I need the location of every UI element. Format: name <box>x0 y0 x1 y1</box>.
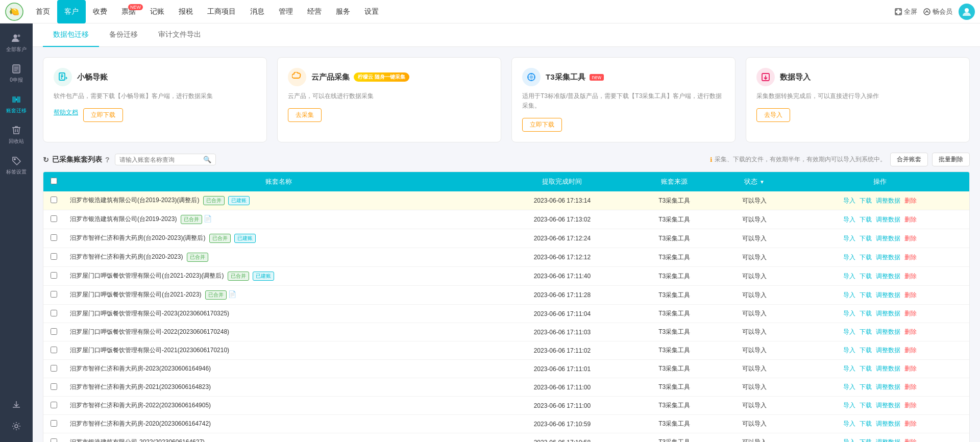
action-调整数据[interactable]: 调整数据 <box>876 273 900 280</box>
action-导入[interactable]: 导入 <box>843 310 855 317</box>
action-下载[interactable]: 下载 <box>860 365 872 372</box>
row-checkbox[interactable] <box>51 438 57 442</box>
row-checkbox[interactable] <box>51 328 57 335</box>
nav-management[interactable]: 管理 <box>272 0 300 23</box>
member-button[interactable]: 畅会员 <box>923 7 952 16</box>
action-导入[interactable]: 导入 <box>843 438 855 442</box>
sidebar-item-zero-report[interactable]: 0申报 <box>0 58 33 89</box>
row-checkbox[interactable] <box>51 272 57 279</box>
action-导入[interactable]: 导入 <box>843 235 855 242</box>
action-导入[interactable]: 导入 <box>843 254 855 261</box>
row-checkbox[interactable] <box>51 383 57 390</box>
action-调整数据[interactable]: 调整数据 <box>876 197 900 204</box>
refresh-icon[interactable]: ↻ <box>43 156 49 164</box>
action-导入[interactable]: 导入 <box>843 347 855 354</box>
action-下载[interactable]: 下载 <box>860 235 872 242</box>
nav-home[interactable]: 首页 <box>29 0 57 23</box>
action-导入[interactable]: 导入 <box>843 216 855 223</box>
action-下载[interactable]: 下载 <box>860 402 872 409</box>
sidebar-item-all-customers[interactable]: 全部客户 <box>0 28 33 58</box>
action-调整数据[interactable]: 调整数据 <box>876 216 900 223</box>
merge-account-button[interactable]: 合并账套 <box>890 153 928 166</box>
nav-settings[interactable]: 设置 <box>357 0 386 23</box>
action-下载[interactable]: 下载 <box>860 216 872 223</box>
nav-service[interactable]: 服务 <box>329 0 357 23</box>
action-调整数据[interactable]: 调整数据 <box>876 365 900 372</box>
tab-backup-migration[interactable]: 备份迁移 <box>99 23 148 47</box>
download-t3-button[interactable]: 立即下载 <box>522 118 562 132</box>
action-调整数据[interactable]: 调整数据 <box>876 347 900 354</box>
action-下载[interactable]: 下载 <box>860 273 872 280</box>
action-调整数据[interactable]: 调整数据 <box>876 310 900 317</box>
go-import-button[interactable]: 去导入 <box>756 108 790 122</box>
row-checkbox[interactable] <box>51 420 57 427</box>
action-删除[interactable]: 删除 <box>904 310 917 317</box>
row-checkbox[interactable] <box>51 310 57 316</box>
nav-customer[interactable]: 客户 <box>57 0 86 23</box>
action-导入[interactable]: 导入 <box>843 365 855 372</box>
action-删除[interactable]: 删除 <box>904 254 917 261</box>
action-删除[interactable]: 删除 <box>904 328 917 335</box>
tab-audit-export[interactable]: 审计文件导出 <box>148 23 211 47</box>
nav-message[interactable]: 消息 <box>243 0 272 23</box>
user-avatar[interactable] <box>959 4 975 20</box>
action-下载[interactable]: 下载 <box>860 438 872 442</box>
action-删除[interactable]: 删除 <box>904 383 917 390</box>
app-logo[interactable]: 🍋 <box>5 3 23 21</box>
action-导入[interactable]: 导入 <box>843 291 855 299</box>
action-调整数据[interactable]: 调整数据 <box>876 420 900 427</box>
action-下载[interactable]: 下载 <box>860 420 872 427</box>
row-checkbox[interactable] <box>51 291 57 298</box>
action-调整数据[interactable]: 调整数据 <box>876 402 900 409</box>
action-下载[interactable]: 下载 <box>860 310 872 317</box>
action-调整数据[interactable]: 调整数据 <box>876 383 900 390</box>
action-导入[interactable]: 导入 <box>843 328 855 335</box>
row-checkbox[interactable] <box>51 365 57 372</box>
help-icon[interactable]: ? <box>105 156 110 164</box>
go-collect-button[interactable]: 去采集 <box>288 108 322 122</box>
action-下载[interactable]: 下载 <box>860 197 872 204</box>
row-checkbox[interactable] <box>51 253 57 260</box>
batch-delete-button[interactable]: 批量删除 <box>932 153 970 166</box>
row-checkbox[interactable] <box>51 347 57 353</box>
fullscreen-button[interactable]: 全屏 <box>895 7 917 16</box>
download-now-button[interactable]: 立即下载 <box>83 108 123 122</box>
action-导入[interactable]: 导入 <box>843 197 855 204</box>
tab-data-migration[interactable]: 数据包迁移 <box>43 23 99 47</box>
action-下载[interactable]: 下载 <box>860 254 872 261</box>
action-下载[interactable]: 下载 <box>860 291 872 299</box>
action-删除[interactable]: 删除 <box>904 291 917 299</box>
help-doc-link[interactable]: 帮助文档 <box>54 108 78 122</box>
action-删除[interactable]: 删除 <box>904 402 917 409</box>
action-下载[interactable]: 下载 <box>860 383 872 390</box>
action-调整数据[interactable]: 调整数据 <box>876 438 900 442</box>
row-checkbox[interactable] <box>51 197 57 203</box>
action-删除[interactable]: 删除 <box>904 197 917 204</box>
action-调整数据[interactable]: 调整数据 <box>876 291 900 299</box>
nav-invoice[interactable]: 票据 NEW <box>114 0 143 23</box>
search-input[interactable] <box>119 156 201 163</box>
row-checkbox[interactable] <box>51 234 57 241</box>
action-删除[interactable]: 删除 <box>904 420 917 427</box>
action-删除[interactable]: 删除 <box>904 273 917 280</box>
action-删除[interactable]: 删除 <box>904 216 917 223</box>
action-导入[interactable]: 导入 <box>843 273 855 280</box>
sidebar-item-tag-settings[interactable]: 标签设置 <box>0 150 33 181</box>
nav-collection[interactable]: 收费 <box>86 0 114 23</box>
row-checkbox[interactable] <box>51 215 57 222</box>
action-删除[interactable]: 删除 <box>904 365 917 372</box>
action-删除[interactable]: 删除 <box>904 438 917 442</box>
sidebar-item-user-settings[interactable] <box>11 415 22 437</box>
action-删除[interactable]: 删除 <box>904 235 917 242</box>
sidebar-item-account-migration[interactable]: 账套迁移 <box>0 89 33 119</box>
action-调整数据[interactable]: 调整数据 <box>876 328 900 335</box>
sidebar-item-download[interactable] <box>11 394 22 415</box>
action-调整数据[interactable]: 调整数据 <box>876 254 900 261</box>
sidebar-item-recycle-bin[interactable]: 回收站 <box>0 119 33 150</box>
status-sort-icon[interactable]: ▼ <box>760 179 765 185</box>
action-导入[interactable]: 导入 <box>843 420 855 427</box>
nav-tax[interactable]: 报税 <box>172 0 200 23</box>
action-导入[interactable]: 导入 <box>843 383 855 390</box>
action-删除[interactable]: 删除 <box>904 347 917 354</box>
nav-accounting[interactable]: 记账 <box>143 0 172 23</box>
